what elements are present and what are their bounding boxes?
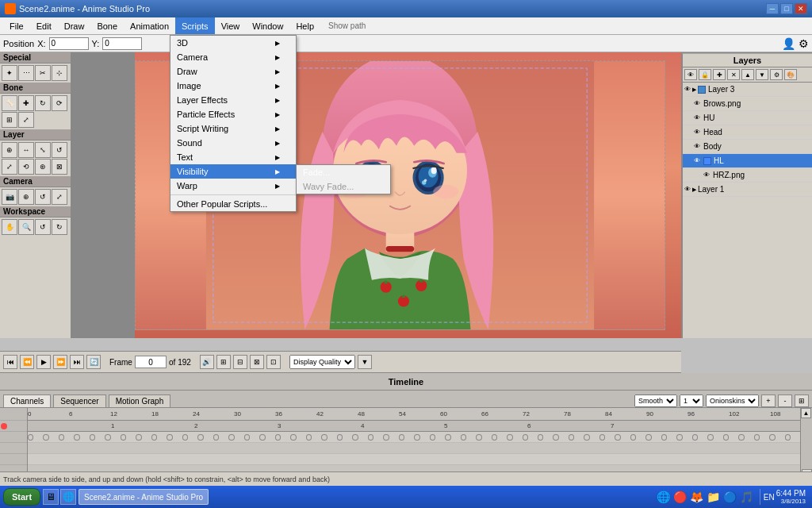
menu-particle-effects[interactable]: Particle Effects ▶ bbox=[170, 107, 296, 121]
tool-bone-3[interactable]: ↻ bbox=[35, 95, 51, 111]
menu-warp[interactable]: Warp ▶ bbox=[170, 179, 296, 193]
taskbar-icon-music[interactable]: 🎵 bbox=[740, 491, 753, 503]
tool-layer-8[interactable]: ⊠ bbox=[52, 159, 67, 175]
menu-window[interactable]: Window bbox=[246, 17, 289, 34]
quality-arrow[interactable]: ▼ bbox=[358, 355, 372, 369]
canvas-area[interactable] bbox=[71, 52, 681, 338]
layer-row[interactable]: 👁▶Layer 3 bbox=[683, 83, 812, 97]
tool-layer-2[interactable]: ↔ bbox=[18, 142, 34, 158]
layer-row[interactable]: 👁HU bbox=[683, 111, 812, 125]
layers-btn-6[interactable]: ▼ bbox=[756, 69, 768, 80]
tool-special-3[interactable]: ✂ bbox=[35, 65, 51, 81]
tool-bone-1[interactable]: 🦴 bbox=[2, 95, 17, 111]
view-2-button[interactable]: ⊟ bbox=[233, 355, 247, 369]
layer-row[interactable]: 👁Head bbox=[683, 125, 812, 140]
tool-special-2[interactable]: ⋯ bbox=[18, 65, 34, 81]
layers-btn-1[interactable]: 👁 bbox=[684, 69, 697, 80]
view-4-button[interactable]: ⊡ bbox=[266, 355, 281, 369]
tool-bone-2[interactable]: ✚ bbox=[18, 95, 34, 111]
menu-sound[interactable]: Sound ▶ bbox=[170, 136, 296, 150]
menu-script-writing[interactable]: Script Writing ▶ bbox=[170, 121, 296, 136]
audio-button[interactable]: 🔊 bbox=[200, 355, 214, 369]
tool-workspace-1[interactable]: ✋ bbox=[2, 219, 17, 235]
tool-camera-3[interactable]: ↺ bbox=[35, 189, 51, 205]
tool-layer-1[interactable]: ⊕ bbox=[2, 142, 17, 158]
view-3-button[interactable]: ⊠ bbox=[250, 355, 264, 369]
display-quality-select[interactable]: Display Quality bbox=[289, 355, 355, 369]
menu-bone[interactable]: Bone bbox=[90, 17, 124, 34]
layers-btn-5[interactable]: ▲ bbox=[741, 69, 754, 80]
tool-bone-6[interactable]: ⤢ bbox=[18, 112, 34, 128]
step-forward-button[interactable]: ⏩ bbox=[53, 355, 67, 369]
layers-btn-7[interactable]: ⚙ bbox=[770, 69, 783, 80]
tool-camera-4[interactable]: ⤢ bbox=[52, 189, 67, 205]
zoom-in-button[interactable]: + bbox=[761, 394, 776, 407]
taskbar-icon-ie[interactable]: 🌐 bbox=[657, 491, 670, 503]
tool-camera-2[interactable]: ⊕ bbox=[18, 189, 34, 205]
layers-btn-8[interactable]: 🎨 bbox=[784, 69, 797, 80]
tool-layer-4[interactable]: ↺ bbox=[52, 142, 67, 158]
tool-layer-5[interactable]: ⤢ bbox=[2, 159, 17, 175]
layers-btn-2[interactable]: 🔒 bbox=[699, 69, 711, 80]
maximize-button[interactable]: □ bbox=[780, 3, 793, 14]
tool-workspace-3[interactable]: ↺ bbox=[35, 219, 51, 235]
layer-row[interactable]: 👁▶Layer 1 bbox=[683, 183, 812, 197]
tool-special-1[interactable]: ✦ bbox=[2, 65, 17, 81]
taskbar-icon-red[interactable]: 🔴 bbox=[673, 491, 687, 503]
taskbar-active-app[interactable]: Scene2.anime - Anime Studio Pro bbox=[79, 489, 209, 505]
menu-layer-effects[interactable]: Layer Effects ▶ bbox=[170, 93, 296, 107]
taskbar-icon-chrome[interactable]: 🔵 bbox=[723, 491, 737, 503]
tool-camera-1[interactable]: 📷 bbox=[2, 189, 17, 205]
onionskins-select[interactable]: Onionskins bbox=[706, 394, 759, 407]
start-button[interactable]: Start bbox=[3, 488, 40, 506]
tool-layer-6[interactable]: ⟲ bbox=[18, 159, 34, 175]
submenu-wavy-fade[interactable]: Wavy Fade... bbox=[297, 179, 390, 194]
menu-other-scripts[interactable]: Other Popular Scripts... bbox=[170, 197, 296, 211]
fast-forward-button[interactable]: ⏭ bbox=[70, 355, 84, 369]
menu-visibility[interactable]: Visibility ▶ Fade... Wavy Fade... bbox=[170, 164, 296, 179]
tab-motion-graph[interactable]: Motion Graph bbox=[109, 394, 171, 407]
view-1-button[interactable]: ⊞ bbox=[216, 355, 231, 369]
play-button[interactable]: ▶ bbox=[36, 355, 51, 369]
minimize-button[interactable]: ─ bbox=[766, 3, 779, 14]
menu-draw[interactable]: Draw ▶ bbox=[170, 64, 296, 79]
menu-text[interactable]: Text ▶ bbox=[170, 150, 296, 164]
x-input[interactable] bbox=[49, 37, 89, 50]
tool-workspace-4[interactable]: ↻ bbox=[52, 219, 67, 235]
rewind-button[interactable]: ⏮ bbox=[3, 355, 17, 369]
tool-layer-7[interactable]: ⊛ bbox=[35, 159, 51, 175]
tool-bone-4[interactable]: ⟳ bbox=[52, 95, 67, 111]
tool-bone-5[interactable]: ⊞ bbox=[2, 112, 17, 128]
menu-file[interactable]: File bbox=[3, 17, 30, 34]
frame-input[interactable] bbox=[135, 356, 167, 368]
layer-row[interactable]: 👁HRZ.png bbox=[683, 168, 812, 183]
menu-3d[interactable]: 3D ▶ bbox=[170, 36, 296, 50]
zoom-fit-button[interactable]: ⊞ bbox=[795, 394, 809, 407]
tab-sequencer[interactable]: Sequencer bbox=[53, 394, 105, 407]
loop-button[interactable]: 🔄 bbox=[86, 355, 101, 369]
layer-row[interactable]: 👁HL bbox=[683, 154, 812, 168]
layer-row[interactable]: 👁Body bbox=[683, 140, 812, 154]
tab-channels[interactable]: Channels bbox=[3, 394, 51, 407]
taskbar-icon-2[interactable]: 🌐 bbox=[60, 489, 76, 505]
layers-btn-4[interactable]: ✕ bbox=[727, 69, 740, 80]
scroll-up-button[interactable]: ▲ bbox=[801, 408, 811, 418]
layers-btn-3[interactable]: ✚ bbox=[713, 69, 726, 80]
tool-layer-3[interactable]: ⤡ bbox=[35, 142, 51, 158]
step-back-button[interactable]: ⏪ bbox=[20, 355, 34, 369]
tool-special-4[interactable]: ⊹ bbox=[52, 65, 67, 81]
smooth-select[interactable]: Smooth bbox=[634, 394, 677, 407]
menu-camera[interactable]: Camera ▶ bbox=[170, 50, 296, 64]
menu-edit[interactable]: Edit bbox=[30, 17, 58, 34]
tool-workspace-2[interactable]: 🔍 bbox=[18, 219, 34, 235]
menu-scripts[interactable]: Scripts bbox=[175, 17, 215, 34]
taskbar-icon-1[interactable]: 🖥 bbox=[43, 489, 59, 505]
close-button[interactable]: ✕ bbox=[795, 3, 807, 14]
menu-image[interactable]: Image ▶ bbox=[170, 79, 296, 93]
menu-animation[interactable]: Animation bbox=[124, 17, 175, 34]
submenu-fade[interactable]: Fade... bbox=[297, 165, 390, 179]
zoom-out-button[interactable]: - bbox=[778, 394, 792, 407]
menu-help[interactable]: Help bbox=[289, 17, 320, 34]
menu-draw[interactable]: Draw bbox=[58, 17, 91, 34]
menu-view[interactable]: View bbox=[215, 17, 247, 34]
